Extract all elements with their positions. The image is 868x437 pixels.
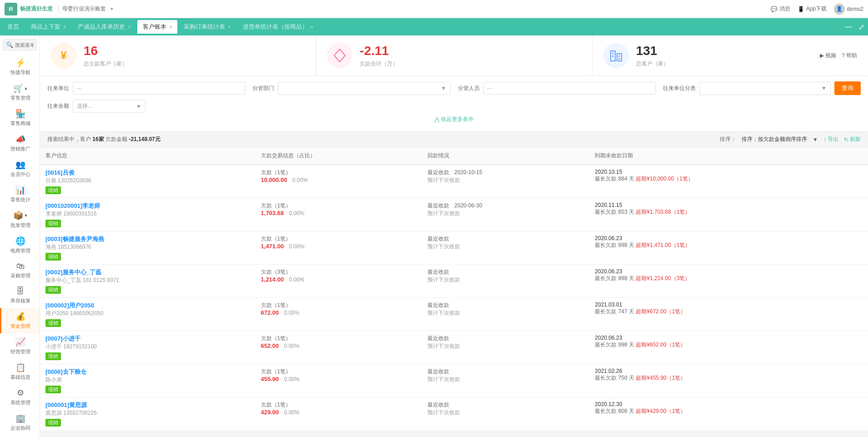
cell-recovery-5: 最近收款 预计下次收款 [422, 331, 589, 364]
sidebar-item-retail-management[interactable]: 🛒 ▲ 零售管理 [0, 80, 40, 105]
cell-recovery-0: 最近收款 2020-10-15 预计下次收款 [422, 165, 589, 198]
overdue-link-2[interactable]: 超期¥1,471.00（1笔） [636, 242, 690, 248]
debt-amount-2[interactable]: 1,471.00 [261, 243, 284, 250]
sidebar-item-marketing[interactable]: 📣 营销推广 [0, 131, 40, 156]
sidebar-item-purchase[interactable]: 🛍 采购管理 [0, 258, 40, 283]
sidebar-item-quick-nav[interactable]: ⚡ 快捷导航 [0, 54, 40, 80]
tab-product-shelf[interactable]: 商品上下架 × [25, 20, 71, 34]
overdue-link-5[interactable]: 超期¥652.00（1笔） [636, 342, 686, 348]
sidebar-item-label: 库存核算 [10, 297, 30, 304]
tab-product-history[interactable]: 产成品入库单历史 × [72, 20, 136, 34]
sidebar-item-basic-info[interactable]: 📋 基础信息 [0, 359, 40, 384]
stat-info-debt-amount: -2.11 欠款合计（万） [360, 44, 398, 68]
refresh-btn[interactable]: ↻ 刷新 [844, 136, 861, 143]
tab-customer-account[interactable]: 客户账本 × [137, 20, 177, 34]
sidebar-item-label: 基础信息 [10, 374, 30, 381]
sidebar-item-inventory[interactable]: 🗄 库存核算 [0, 283, 40, 308]
customer-name-6[interactable]: [0006]去下粮仓 [45, 368, 250, 376]
sort-arrow-icon[interactable]: ▼ [813, 136, 818, 143]
sidebar-item-new-guide[interactable]: 🆕 新手引导 [0, 435, 40, 437]
overdue-days-4: 最长欠款 747 天 [595, 308, 636, 315]
customer-name-3[interactable]: [0002]服务中心_丁磊 [45, 268, 250, 276]
user-area[interactable]: 👤 demo2 [834, 4, 863, 15]
overdue-link-6[interactable]: 超期¥455.90（1笔） [636, 375, 686, 381]
due-date-0: 2020.10.15 [595, 169, 863, 175]
source-unit-input[interactable]: ··· [73, 82, 245, 95]
debt-percent-1: 0.00% [289, 210, 305, 216]
customer-name-2[interactable]: [0003]畅捷服务尹海燕 [45, 235, 250, 243]
cell-due-date-2: 2020.06.23 最长欠款 998 天 超期¥1,471.00（1笔） [589, 231, 868, 265]
customer-tag-5: 现销 [45, 352, 61, 360]
recent-label-7: 最近收款 [427, 402, 449, 408]
tab-product-shelf-close[interactable]: × [63, 24, 66, 30]
overdue-link-1[interactable]: 超期¥1,703.68（1笔） [636, 209, 690, 215]
debt-count-1: 欠款（1笔） [261, 202, 416, 210]
customer-name-4[interactable]: [000002]用户2050 [45, 301, 250, 310]
tab-customer-account-close[interactable]: × [169, 24, 172, 30]
tab-inbound-stats-close[interactable]: × [311, 24, 313, 30]
tab-product-history-close[interactable]: × [128, 24, 130, 30]
debt-percent-3: 0.00% [289, 276, 305, 283]
next-label-0: 预计下次收款 [427, 176, 584, 184]
sidebar-item-enterprise[interactable]: 🏢 企业协同 [0, 410, 40, 435]
overdue-days-3: 最长欠款 998 天 [595, 275, 636, 281]
tab-purchase-stats-close[interactable]: × [228, 24, 231, 30]
customer-tag-2: 现销 [45, 253, 61, 261]
retail-stats-icon: 📊 [15, 185, 25, 195]
sidebar-item-retail-store[interactable]: 🏪 零售商城 [0, 105, 40, 131]
debt-amount-0[interactable]: 10,000.00 [261, 176, 287, 183]
customer-name-0[interactable]: [0016]吕俊 [45, 169, 250, 177]
sidebar-item-label: 采购管理 [10, 272, 30, 279]
filter-row-2: 往来余额 选择... ▼ [47, 100, 861, 113]
nav-maximize-icon[interactable]: ⤢ [857, 23, 866, 31]
debt-amount-7[interactable]: 429.00 [261, 409, 279, 416]
tab-home[interactable]: 首页 [2, 20, 25, 34]
sidebar-search-box[interactable]: 🔍 [3, 39, 37, 50]
sidebar-item-label: 资金管理 [10, 323, 30, 330]
tab-inbound-stats[interactable]: 进货单统计表（按商品） × [237, 20, 319, 34]
customer-name-5[interactable]: [0007]小进千 [45, 335, 250, 343]
overdue-link-0[interactable]: 超期¥10,000.00（1笔） [636, 176, 693, 182]
debt-amount-3[interactable]: 1,214.00 [261, 276, 284, 283]
overdue-link-3[interactable]: 超期¥1,214.00（3笔） [636, 275, 690, 281]
debt-amount-4[interactable]: 672.00 [261, 309, 279, 316]
unit-class-select[interactable]: ▼ [699, 82, 831, 95]
debt-amount-6[interactable]: 455.90 [261, 376, 279, 382]
person-label: 分管人员 [458, 85, 480, 92]
export-btn[interactable]: ↑ 导出 [823, 136, 838, 143]
message-btn[interactable]: 💬 消息 [771, 5, 790, 13]
sidebar-item-finance[interactable]: 💰 资金管理 [0, 308, 40, 333]
tab-purchase-stats[interactable]: 采购订单统计表 × [178, 20, 236, 34]
customer-name-7[interactable]: [000001]黄思源 [45, 401, 250, 409]
table-row: [0001020001]李老师 李老师 18600391516 现销 欠款（1笔… [40, 198, 868, 231]
cell-debt-info-2: 欠款（1笔） 1,471.00 0.00% [256, 231, 422, 265]
search-button[interactable]: 查询 [834, 81, 861, 95]
debt-amount-5[interactable]: 652.00 [261, 342, 279, 349]
help-btn[interactable]: ? 帮助 [842, 52, 857, 60]
sidebar-item-ecommerce[interactable]: 🌐 电商管理 [0, 232, 40, 258]
nav-minimize-icon[interactable]: — [843, 23, 854, 31]
overdue-days-6: 最长欠款 750 天 [595, 375, 636, 381]
balance-select[interactable]: 选择... ▼ [73, 100, 146, 113]
app-download-btn[interactable]: 📱 App下载 [798, 5, 827, 13]
dept-select[interactable]: ▼ [278, 82, 450, 95]
debt-amount-1[interactable]: 1,703.68 [261, 210, 284, 216]
sidebar-item-label: 零售商城 [10, 120, 30, 127]
sidebar-item-system[interactable]: ⚙ 系统管理 [0, 384, 40, 410]
search-input[interactable] [15, 42, 34, 48]
collapse-filter-btn[interactable]: ⋀ 收起更多条件 [47, 113, 861, 126]
video-btn[interactable]: ▶ 视频 [820, 52, 836, 60]
customer-name-1[interactable]: [0001020001]李老师 [45, 202, 250, 210]
sort-select[interactable]: 排序：按欠款金额倒序排序 [742, 136, 807, 143]
system-dropdown-icon[interactable]: ▼ [110, 6, 114, 11]
person-input[interactable]: ··· [483, 82, 656, 95]
overdue-days-0: 最长欠款 884 天 [595, 176, 636, 182]
sidebar-item-batch-management[interactable]: 📦 ▼ 批发管理 [0, 207, 40, 232]
sidebar-item-label: 零售管理 [10, 95, 30, 101]
overdue-link-7[interactable]: 超期¥429.00（1笔） [636, 408, 686, 414]
overdue-link-4[interactable]: 超期¥672.00（1笔） [636, 308, 686, 315]
sidebar-item-member[interactable]: 👥 会员中心 [0, 156, 40, 181]
sidebar-item-retail-stats[interactable]: 📊 零售统计 [0, 181, 40, 207]
overdue-days-5: 最长欠款 998 天 [595, 342, 636, 348]
sidebar-item-operation[interactable]: 📈 经营管理 [0, 333, 40, 359]
